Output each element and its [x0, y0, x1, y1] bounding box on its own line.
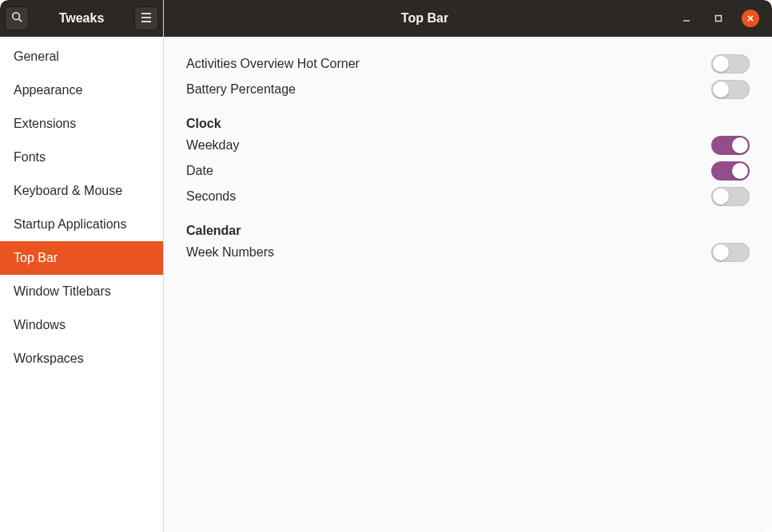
page-title: Top Bar [172, 11, 678, 26]
sidebar-item-label: Fonts [14, 150, 46, 164]
switch-week-numbers[interactable] [711, 243, 750, 262]
switch-knob [732, 163, 748, 179]
sidebar-item-general[interactable]: General [0, 40, 163, 73]
sidebar-item-label: Appearance [14, 83, 82, 97]
switch-weekday[interactable] [711, 136, 750, 155]
setting-row-weekday: Weekday [186, 133, 750, 158]
sidebar-list: General Appearance Extensions Fonts Keyb… [0, 37, 163, 532]
maximize-icon [714, 11, 722, 26]
svg-line-1 [19, 19, 22, 22]
hamburger-icon [141, 11, 152, 26]
setting-row-date: Date [186, 158, 750, 184]
svg-point-0 [13, 13, 20, 20]
sidebar-item-label: Windows [14, 318, 66, 332]
setting-label: Date [186, 164, 213, 178]
switch-knob [713, 56, 729, 72]
switch-seconds[interactable] [711, 187, 750, 206]
hamburger-menu-button[interactable] [134, 6, 158, 30]
sidebar-item-label: Startup Applications [14, 217, 126, 231]
setting-label: Activities Overview Hot Corner [186, 57, 360, 71]
sidebar-item-label: Workspaces [14, 351, 84, 365]
close-icon [746, 11, 754, 26]
app-window: Tweaks General Appearance Extensions Fon… [0, 0, 772, 532]
sidebar-item-label: Top Bar [14, 251, 58, 264]
sidebar: Tweaks General Appearance Extensions Fon… [0, 0, 164, 532]
sidebar-item-workspaces[interactable]: Workspaces [0, 342, 163, 375]
search-button[interactable] [5, 6, 29, 30]
sidebar-header: Tweaks [0, 0, 163, 37]
content-area: Activities Overview Hot Corner Battery P… [164, 37, 772, 532]
maximize-button[interactable] [710, 10, 727, 27]
switch-battery-percentage[interactable] [711, 80, 750, 99]
search-icon [11, 11, 22, 26]
switch-knob [713, 244, 729, 260]
window-controls [678, 10, 764, 27]
sidebar-item-appearance[interactable]: Appearance [0, 73, 163, 107]
setting-label: Battery Percentage [186, 82, 296, 97]
setting-label: Seconds [186, 189, 236, 204]
switch-knob [732, 137, 748, 153]
sidebar-item-startup-applications[interactable]: Startup Applications [0, 208, 163, 241]
sidebar-item-top-bar[interactable]: Top Bar [0, 241, 163, 275]
minimize-icon [682, 11, 690, 26]
setting-label: Weekday [186, 138, 239, 153]
switch-knob [713, 189, 729, 204]
switch-knob [713, 81, 729, 97]
sidebar-item-keyboard-mouse[interactable]: Keyboard & Mouse [0, 174, 163, 208]
close-button[interactable] [742, 10, 759, 27]
section-header-calendar: Calendar [186, 224, 750, 238]
svg-rect-6 [716, 16, 722, 22]
setting-label: Week Numbers [186, 245, 274, 260]
section-header-clock: Clock [186, 117, 750, 131]
switch-activities-hot-corner[interactable] [711, 54, 750, 73]
sidebar-item-windows[interactable]: Windows [0, 308, 163, 342]
minimize-button[interactable] [678, 10, 695, 27]
main-panel: Top Bar [164, 0, 772, 532]
setting-row-seconds: Seconds [186, 184, 750, 209]
sidebar-item-window-titlebars[interactable]: Window Titlebars [0, 275, 163, 308]
setting-row-week-numbers: Week Numbers [186, 240, 750, 265]
sidebar-item-label: Keyboard & Mouse [14, 184, 122, 197]
sidebar-item-fonts[interactable]: Fonts [0, 141, 163, 174]
main-header: Top Bar [164, 0, 772, 37]
setting-row-activities-hot-corner: Activities Overview Hot Corner [186, 51, 750, 77]
switch-date[interactable] [711, 161, 750, 181]
setting-row-battery-percentage: Battery Percentage [186, 77, 750, 102]
app-title: Tweaks [34, 11, 129, 26]
sidebar-item-extensions[interactable]: Extensions [0, 107, 163, 141]
sidebar-item-label: Window Titlebars [14, 284, 111, 298]
sidebar-item-label: General [14, 50, 59, 63]
sidebar-item-label: Extensions [14, 117, 76, 130]
